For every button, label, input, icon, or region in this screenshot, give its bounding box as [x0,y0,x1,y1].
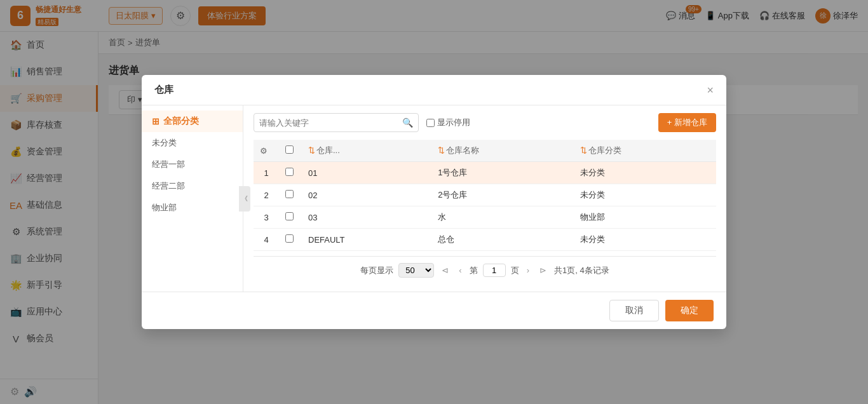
row-checkbox-2[interactable] [285,190,294,198]
row-category-4: 未分类 [574,229,716,251]
warehouse-search-input[interactable] [254,118,397,128]
col-warehouse-category: ⇅仓库分类 [574,140,716,162]
show-disabled-checkbox[interactable] [426,119,435,127]
total-info: 共1页, 4条记录 [554,265,609,276]
page-next-button[interactable]: › [524,264,532,276]
row-name-3: 水 [431,206,574,229]
modal-close-button[interactable]: × [707,84,714,96]
page-size-label: 每页显示 [360,265,393,276]
sort-icon-name: ⇅ [438,145,445,155]
table-row[interactable]: 4 DEFAULT 总仓 未分类 [254,229,716,251]
category-item-dept2[interactable]: 经营二部 [142,175,243,197]
page-size-select[interactable]: 50 10 20 100 [398,263,434,278]
row-checkbox-3[interactable] [285,212,294,220]
row-check-1 [279,162,302,184]
page-num-label: 第 [470,265,478,276]
row-checkbox-4[interactable] [285,234,294,243]
pagination-row: 每页显示 50 10 20 100 ⊲ ‹ 第 页 › ⊳ 共1页, 4条记录 [254,256,716,284]
row-name-4: 总仓 [431,229,574,251]
modal-overlay: 仓库 × ⊞ 全部分类 未分类 经营一部 经营二部 物业部 《 [0,0,868,404]
row-name-1: 1号仓库 [431,162,574,184]
warehouse-modal: 仓库 × ⊞ 全部分类 未分类 经营一部 经营二部 物业部 《 [142,75,726,329]
warehouse-search-box: 🔍 [254,113,419,132]
modal-toolbar: 🔍 显示停用 + 新增仓库 [254,113,716,132]
row-actions-4: 4 [254,229,279,251]
category-item-dept1[interactable]: 经营一部 [142,154,243,175]
modal-category-sidebar: ⊞ 全部分类 未分类 经营一部 经营二部 物业部 《 [142,105,243,292]
table-row[interactable]: 2 02 2号仓库 未分类 [254,184,716,206]
table-row[interactable]: 3 03 水 物业部 [254,206,716,229]
cancel-button[interactable]: 取消 [609,300,659,321]
row-checkbox-1[interactable] [285,168,294,176]
row-category-2: 未分类 [574,184,716,206]
page-label: 页 [511,265,519,276]
row-id-4: DEFAULT [302,229,431,251]
col-checkbox [279,140,302,162]
category-item-property[interactable]: 物业部 [142,197,243,219]
page-first-button[interactable]: ⊲ [439,264,451,276]
row-id-1: 01 [302,162,431,184]
add-warehouse-button[interactable]: + 新增仓库 [658,113,716,132]
confirm-button[interactable]: 确定 [665,300,714,321]
row-id-2: 02 [302,184,431,206]
warehouse-table: ⚙ ⇅仓库... ⇅仓库名称 [254,140,716,251]
show-disabled-label[interactable]: 显示停用 [426,117,470,128]
page-number-input[interactable] [483,264,506,277]
category-item-unclassified[interactable]: 未分类 [142,132,243,154]
modal-footer: 取消 确定 [142,292,726,329]
row-id-3: 03 [302,206,431,229]
row-check-3 [279,206,302,229]
col-warehouse-name: ⇅仓库名称 [431,140,574,162]
grid-icon: ⊞ [152,116,159,126]
col-warehouse-id: ⇅仓库... [302,140,431,162]
sort-icon-id: ⇅ [308,145,315,155]
warehouse-table-container: ⚙ ⇅仓库... ⇅仓库名称 [254,140,716,251]
col-settings: ⚙ [254,140,279,162]
row-actions-1: 1 [254,162,279,184]
modal-body: ⊞ 全部分类 未分类 经营一部 经营二部 物业部 《 🔍 [142,105,726,292]
modal-main-area: 🔍 显示停用 + 新增仓库 ⚙ [243,105,726,292]
sort-icon-category: ⇅ [580,145,587,155]
row-category-1: 未分类 [574,162,716,184]
page-last-button[interactable]: ⊳ [537,264,549,276]
row-actions-2: 2 [254,184,279,206]
collapse-sidebar-button[interactable]: 《 [239,186,250,212]
table-row[interactable]: 1 01 1号仓库 未分类 [254,162,716,184]
select-all-checkbox[interactable] [285,145,294,154]
modal-title: 仓库 [154,84,173,96]
search-icon[interactable]: 🔍 [397,118,418,128]
row-check-2 [279,184,302,206]
page-prev-button[interactable]: ‹ [456,264,464,276]
row-name-2: 2号仓库 [431,184,574,206]
modal-header: 仓库 × [142,75,726,105]
row-check-4 [279,229,302,251]
row-actions-3: 3 [254,206,279,229]
all-categories-item[interactable]: ⊞ 全部分类 [142,111,243,132]
row-category-3: 物业部 [574,206,716,229]
